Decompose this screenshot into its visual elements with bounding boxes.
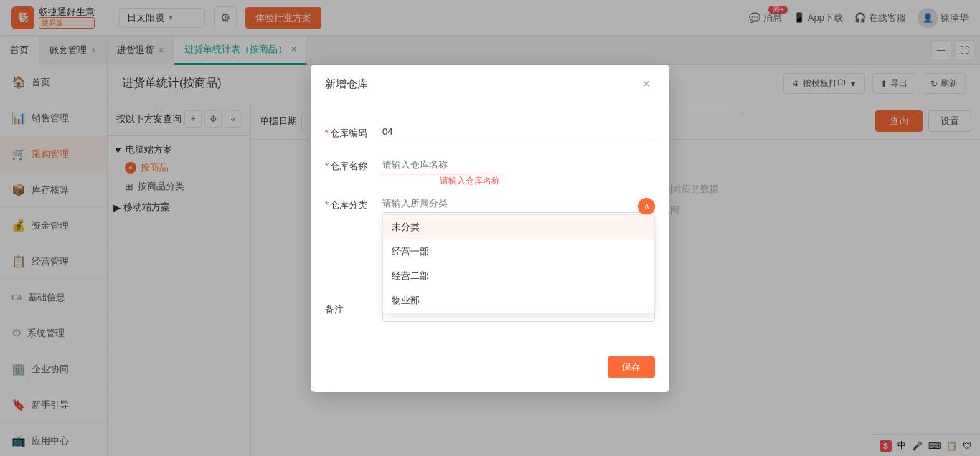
modal-footer: 保存 [311,348,669,392]
modal-body: 仓库编码 仓库名称 请输入仓库名称 仓库分类 ∧ 未分类 [311,105,669,348]
code-input[interactable] [382,123,655,141]
dropdown-item-property[interactable]: 物业部 [383,288,654,313]
category-toggle-button[interactable]: ∧ [638,198,655,215]
category-select-wrapper: ∧ 未分类 经营一部 经营二部 物业部 [382,194,655,213]
name-error-message: 请输入仓库名称 [440,175,500,187]
name-input[interactable] [382,156,503,174]
save-button[interactable]: 保存 [608,356,655,378]
name-field-wrapper: 请输入仓库名称 [382,156,655,174]
dropdown-item-ops2[interactable]: 经营二部 [383,264,654,288]
category-label: 仓库分类 [325,194,382,212]
modal-close-button[interactable]: × [638,76,655,93]
name-field-row: 仓库名称 请输入仓库名称 [325,156,655,174]
code-label: 仓库编码 [325,123,382,140]
category-input[interactable] [382,194,655,213]
name-label: 仓库名称 [325,156,382,173]
add-warehouse-modal: 新增仓库 × 仓库编码 仓库名称 请输入仓库名称 仓库分类 [311,65,669,392]
modal-overlay[interactable]: 新增仓库 × 仓库编码 仓库名称 请输入仓库名称 仓库分类 [0,0,980,456]
notes-label: 备注 [325,299,382,316]
dropdown-item-uncategorized[interactable]: 未分类 [383,215,654,239]
category-dropdown: 未分类 经营一部 经营二部 物业部 [382,214,655,313]
code-field-row: 仓库编码 [325,123,655,141]
dropdown-item-ops1[interactable]: 经营一部 [383,239,654,264]
modal-header: 新增仓库 × [311,65,669,105]
modal-title: 新增仓库 [325,77,368,91]
category-field-row: 仓库分类 ∧ 未分类 经营一部 经营二部 物业部 [325,194,655,213]
